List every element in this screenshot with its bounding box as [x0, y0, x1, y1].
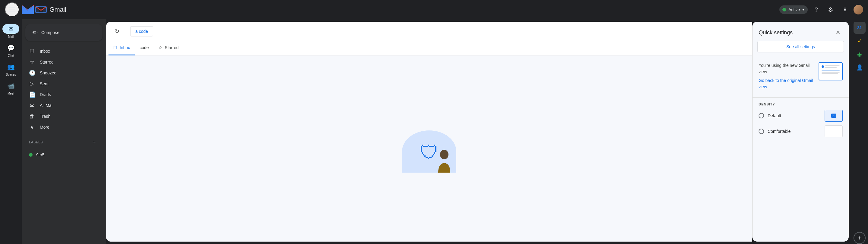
tabs-bar: ☐ Inbox code ☆ Starred [106, 41, 752, 55]
nav-item-trash[interactable]: 🗑 Trash [22, 111, 101, 122]
nav-item-all-mail[interactable]: ✉ All Mail [22, 100, 101, 111]
quick-settings-header: Quick settings ✕ [752, 22, 849, 41]
nav-item-sent[interactable]: ▷ Sent [22, 78, 101, 89]
nav-item-inbox[interactable]: ☐ Inbox [22, 46, 101, 57]
quick-settings-close-button[interactable]: ✕ [833, 28, 843, 37]
nav-item-starred[interactable]: ☆ Starred [22, 57, 101, 67]
invite-code-label: a code [135, 29, 148, 34]
refresh-button[interactable]: ↻ [111, 25, 123, 37]
spaces-icon: 👥 [7, 63, 15, 70]
sent-label: Sent [40, 81, 49, 86]
quick-settings-panel: Quick settings ✕ See all settings You're… [752, 22, 849, 242]
all-mail-label: All Mail [40, 103, 53, 108]
contacts-icon: 👤 [856, 64, 863, 71]
content-toolbar: ↻ a code [106, 22, 752, 41]
calendar-app-button[interactable]: 31 [854, 22, 866, 34]
content-area: ↻ a code ☐ Inbox code ☆ Starred [106, 22, 752, 242]
radio-default [758, 113, 764, 118]
view-preview [818, 62, 843, 81]
preview-line [825, 65, 840, 66]
help-button[interactable]: ? [810, 4, 822, 16]
label-name: 9to5 [36, 152, 44, 157]
refresh-icon: ↻ [115, 28, 119, 35]
inbox-icon: ☐ [29, 48, 35, 55]
gmail-view-text-block: You're using the new Gmail view Go back … [758, 62, 815, 90]
compose-button[interactable]: ✏ Compose [25, 24, 102, 41]
plus-icon: + [858, 235, 861, 242]
mail-icon: ✉ [8, 25, 13, 33]
density-default-label: Default [768, 113, 781, 118]
main-area: ✉ Mail 💬 Chat 👥 Spaces 📹 Meet ✏ Compos [0, 19, 868, 244]
nav-item-snoozed[interactable]: 🕐 Snoozed [22, 67, 101, 78]
density-comfortable-label: Comfortable [768, 129, 790, 134]
tasks-app-button[interactable]: ✓ [854, 35, 866, 47]
preview-line [822, 73, 838, 74]
nav-item-drafts[interactable]: 📄 Drafts [22, 89, 101, 100]
invite-code-button[interactable]: a code [130, 26, 153, 36]
tab-code[interactable]: code [135, 41, 153, 55]
divider [752, 60, 849, 60]
see-all-settings-button[interactable]: See all settings [757, 41, 844, 53]
preview-line [822, 72, 840, 72]
chat-icon: 💬 [7, 44, 15, 52]
preview-dot [822, 65, 824, 68]
starred-label: Starred [40, 60, 54, 64]
density-option-comfortable[interactable]: Comfortable [758, 125, 843, 138]
hamburger-icon [9, 7, 15, 12]
nav-item-more[interactable]: ∨ More [22, 122, 101, 132]
clock-icon: 🕐 [29, 69, 35, 76]
code-tab-label: code [140, 45, 149, 50]
gear-icon: ⚙ [828, 6, 833, 13]
mail-icon-wrap: ✉ [2, 24, 19, 34]
sidebar-item-chat[interactable]: 💬 Chat [0, 41, 22, 60]
labels-section: LABELS + 9to5 [22, 138, 106, 160]
drafts-icon: 📄 [29, 91, 35, 98]
shield-icon: 🛡 [420, 141, 439, 163]
keep-app-button[interactable]: ◉ [854, 48, 866, 60]
topbar-left: Gmail [5, 2, 107, 17]
label-color-dot [29, 153, 33, 157]
meet-icon-wrap: 📹 [2, 81, 19, 91]
help-icon: ? [814, 6, 818, 13]
gmail-view-row: You're using the new Gmail view Go back … [752, 62, 849, 95]
sidebar-item-spaces[interactable]: 👥 Spaces [0, 60, 22, 79]
go-back-link[interactable]: Go back to the original Gmail view [758, 78, 815, 90]
labels-header: LABELS + [29, 138, 99, 147]
app-rail: 31 ✓ ◉ 👤 + [851, 19, 868, 244]
settings-button[interactable]: ⚙ [825, 4, 837, 16]
inbox-tab-icon: ☐ [113, 45, 117, 50]
svg-point-5 [440, 150, 448, 159]
tab-inbox[interactable]: ☐ Inbox [108, 41, 135, 55]
apps-button[interactable]: ⠿ [839, 4, 851, 16]
trash-label: Trash [40, 114, 50, 119]
sidebar: ✏ Compose ☐ Inbox ☆ Starred 🕐 Snoozed ▷ … [22, 19, 106, 244]
density-option-default[interactable]: Default ≡ [758, 110, 843, 122]
sidebar-item-mail[interactable]: ✉ Mail [0, 22, 22, 41]
inbox-tab-label: Inbox [120, 45, 130, 50]
menu-button[interactable] [5, 2, 19, 17]
sidebar-item-meet[interactable]: 📹 Meet [0, 79, 22, 98]
active-status-button[interactable]: Active ▾ [779, 5, 808, 14]
add-label-button[interactable]: + [89, 138, 99, 147]
drafts-label: Drafts [40, 92, 51, 97]
spaces-label: Spaces [6, 73, 16, 76]
avatar-image [854, 5, 863, 14]
label-item-9to5[interactable]: 9to5 [29, 149, 99, 160]
starred-tab-label: Starred [165, 45, 179, 50]
avatar[interactable] [854, 5, 863, 14]
contacts-app-button[interactable]: 👤 [854, 61, 866, 73]
tab-starred[interactable]: ☆ Starred [154, 41, 184, 55]
star-icon: ☆ [29, 59, 35, 65]
mail-label: Mail [8, 35, 13, 38]
trash-icon: 🗑 [29, 113, 35, 120]
add-apps-button[interactable]: + [854, 232, 866, 244]
density-comfortable-preview [825, 125, 843, 138]
new-gmail-text: You're using the new Gmail view [758, 62, 815, 75]
meet-label: Meet [7, 92, 14, 95]
meet-icon: 📹 [7, 82, 15, 89]
all-mail-icon: ✉ [29, 102, 35, 109]
sent-icon: ▷ [29, 81, 35, 87]
content-body: 🛡 [106, 55, 752, 242]
more-label: More [40, 125, 50, 129]
density-options: Default ≡ Comfortable [752, 110, 849, 138]
